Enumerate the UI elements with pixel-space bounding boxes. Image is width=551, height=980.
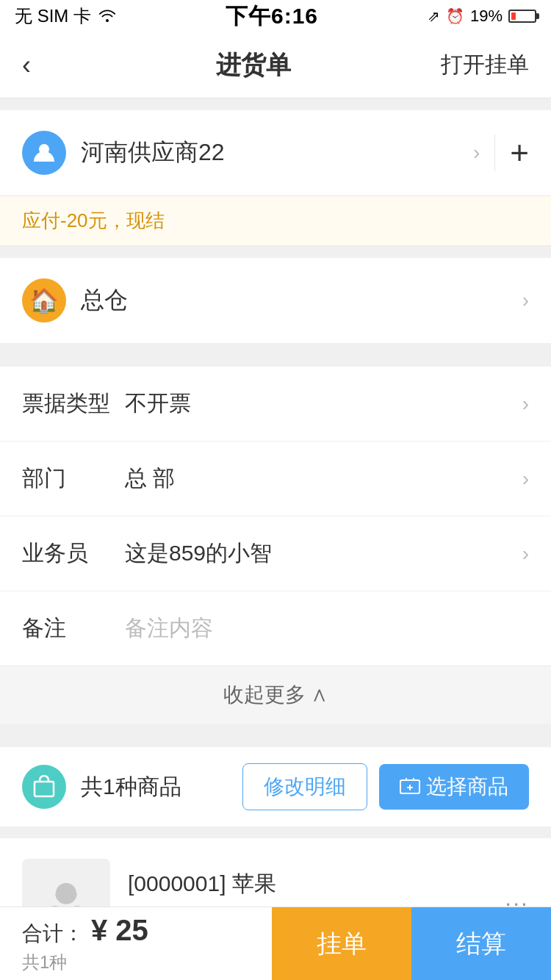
supplier-divider [494, 134, 495, 171]
warehouse-icon: 🏠 [22, 278, 66, 323]
battery-icon [508, 10, 536, 23]
invoice-chevron: › [522, 392, 529, 416]
department-chevron: › [522, 467, 529, 491]
edit-detail-button[interactable]: 修改明细 [242, 763, 367, 810]
salesman-chevron: › [522, 542, 529, 566]
status-carrier: 无 SIM 卡 [15, 4, 116, 28]
wifi-icon [98, 6, 116, 26]
products-icon [22, 765, 66, 809]
remark-row[interactable]: 备注 备注内容 [0, 591, 551, 666]
product-code: [0000001] [128, 871, 226, 896]
remark-input[interactable]: 备注内容 [125, 613, 529, 644]
department-label: 部门 [22, 464, 125, 494]
select-product-button[interactable]: 选择商品 [379, 764, 529, 810]
nav-bar: ‹ 进货单 打开挂单 [0, 32, 551, 98]
products-count: 共1种商品 [81, 772, 242, 802]
products-header: 共1种商品 修改明细 选择商品 [0, 747, 551, 826]
status-indicators: ⇗ ⏰ 19% [428, 7, 536, 26]
supplier-info-banner: 应付-20元，现结 [0, 195, 551, 246]
checkout-button[interactable]: 结算 [411, 907, 551, 980]
supplier-chevron: › [473, 141, 480, 165]
add-supplier-button[interactable]: + [510, 137, 529, 169]
status-bar: 无 SIM 卡 下午6:16 ⇗ ⏰ 19% [0, 0, 551, 32]
remark-label: 备注 [22, 613, 125, 644]
supplier-avatar [22, 131, 66, 175]
supplier-section: 河南供应商22 › + 应付-20元，现结 [0, 110, 551, 246]
status-time: 下午6:16 [226, 1, 318, 32]
invoice-row[interactable]: 票据类型 不开票 › [0, 367, 551, 441]
alarm-icon: ⏰ [446, 7, 464, 25]
back-button[interactable]: ‹ [22, 50, 66, 81]
carrier-text: 无 SIM 卡 [15, 4, 91, 28]
warehouse-chevron: › [522, 289, 529, 312]
warehouse-name: 总仓 [81, 284, 515, 317]
svg-rect-1 [35, 782, 54, 796]
total-row: 合计： ¥ 25 [22, 914, 250, 948]
salesman-row[interactable]: 业务员 这是859的小智 › [0, 516, 551, 591]
salesman-label: 业务员 [22, 538, 125, 569]
bottom-bar: 合计： ¥ 25 共1种 挂单 结算 [0, 907, 551, 980]
select-product-label: 选择商品 [426, 773, 508, 801]
form-section: 票据类型 不开票 › 部门 总 部 › 业务员 这是859的小智 › 备注 备注… [0, 367, 551, 724]
product-name-text: 苹果 [232, 871, 276, 896]
department-row[interactable]: 部门 总 部 › [0, 441, 551, 516]
total-section: 合计： ¥ 25 共1种 [0, 907, 272, 980]
total-amount: ¥ 25 [91, 914, 148, 947]
open-hang-button[interactable]: 打开挂单 [441, 50, 529, 80]
invoice-label: 票据类型 [22, 389, 125, 419]
department-value: 总 部 [125, 464, 515, 494]
salesman-value: 这是859的小智 [125, 538, 515, 569]
total-count: 共1种 [22, 951, 250, 974]
warehouse-section: 🏠 总仓 › [0, 258, 551, 343]
hang-button[interactable]: 挂单 [272, 907, 411, 980]
battery-percent: 19% [470, 7, 503, 26]
supplier-name: 河南供应商22 [81, 137, 466, 169]
total-label: 合计： [22, 920, 84, 948]
warehouse-row[interactable]: 🏠 总仓 › [0, 258, 551, 343]
product-name: [0000001] 苹果 [128, 869, 487, 899]
page-title: 进货单 [216, 48, 291, 82]
invoice-value: 不开票 [125, 389, 515, 419]
collapse-button[interactable]: 收起更多 ∧ [0, 666, 551, 724]
supplier-row[interactable]: 河南供应商22 › + [0, 110, 551, 195]
location-icon: ⇗ [428, 7, 440, 25]
